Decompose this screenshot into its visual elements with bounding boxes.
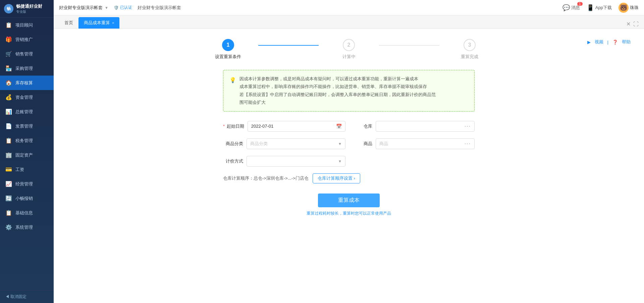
start-date-input[interactable]: 2022-07-01 📅 <box>248 121 345 132</box>
notice-text: 因成本计算参数调整，或是对商品成本有疑问时，可以通过成本重算功能，重新计算一遍成… <box>239 75 436 106</box>
question-icon: ❓ <box>612 40 618 45</box>
app-download-button[interactable]: 📱 App下载 <box>587 4 612 11</box>
sidebar-item-basic[interactable]: 📋 基础信息 <box>0 206 54 220</box>
start-date-label: * 起始日期 <box>223 123 244 129</box>
help-link[interactable]: 帮助 <box>622 39 631 45</box>
tab-close-icon[interactable]: × <box>112 21 114 25</box>
sidebar-item-label: 项目顾问 <box>15 22 33 28</box>
sidebar-item-accounting[interactable]: 📊 总账管理 <box>0 104 54 119</box>
step-3-label: 重算完成 <box>461 54 478 60</box>
sidebar-item-marketing[interactable]: 🎁 营销推广 <box>0 32 54 47</box>
account-name: 好业财专业版演示帐套 <box>59 5 103 11</box>
expense-icon: 🔄 <box>5 195 12 202</box>
sidebar: 畅 畅捷通好业财 专业版 📋 项目顾问 🎁 营销推广 🛒 销售管理 🏪 采购管理… <box>0 0 54 303</box>
sidebar-item-label: 基础信息 <box>15 210 33 216</box>
video-link[interactable]: 视频 <box>595 39 603 45</box>
step-3: 3 重算完成 <box>439 39 500 60</box>
sidebar-item-label: 税务管理 <box>15 138 33 144</box>
sidebar-item-label: 系统管理 <box>15 224 33 230</box>
sidebar-item-operations[interactable]: 📈 经营管理 <box>0 177 54 191</box>
topbar: 好业财专业版演示帐套 ▼ 🛡️ 已认证 好业财专业版演示帐套 💬 消息 1 📱 … <box>54 0 644 15</box>
recalc-button[interactable]: 重算成本 <box>318 193 380 207</box>
operations-icon: 📈 <box>5 181 12 187</box>
sidebar-item-inventory[interactable]: 🏠 库存核算 <box>0 76 54 90</box>
sidebar-item-purchase[interactable]: 🏪 采购管理 <box>0 61 54 76</box>
step-1: 1 设置重算条件 <box>198 39 258 60</box>
message-icon: 💬 <box>562 4 570 11</box>
step-2: 2 计算中 <box>319 39 379 60</box>
tab-cost-recalc-label: 商品成本重算 <box>84 20 110 26</box>
step-2-circle: 2 <box>343 39 355 51</box>
main-area: 好业财专业版演示帐套 ▼ 🛡️ 已认证 好业财专业版演示帐套 💬 消息 1 📱 … <box>54 0 644 303</box>
sidebar-unpin[interactable]: ◀ 取消固定 <box>0 290 54 303</box>
content-area: 1 设置重算条件 2 计算中 3 <box>54 29 644 303</box>
sidebar-item-system[interactable]: ⚙️ 系统管理 <box>0 220 54 234</box>
product-dots-icon[interactable]: ··· <box>465 141 471 147</box>
notice-box: 💡 因成本计算参数调整，或是对商品成本有疑问时，可以通过成本重算功能，重新计算一… <box>223 70 475 112</box>
marketing-icon: 🎁 <box>5 36 12 43</box>
sidebar-item-label: 工资 <box>15 167 24 173</box>
tab-cost-recalc[interactable]: 商品成本重算 × <box>78 17 119 29</box>
category-select[interactable]: 商品分类 ▼ <box>247 138 345 149</box>
form-group-category: 商品分类 商品分类 ▼ <box>223 138 345 149</box>
tab-home-label: 首页 <box>64 20 73 26</box>
form-group-date: * 起始日期 2022-07-01 📅 <box>223 121 345 132</box>
sidebar-item-invoice[interactable]: 📄 发票管理 <box>0 119 54 133</box>
play-icon: ▶ <box>587 40 591 45</box>
warehouse-label: 仓库 <box>352 123 372 129</box>
app-title: 畅捷通好业财 <box>16 3 42 9</box>
close-window-icon[interactable]: ✕ <box>626 21 631 27</box>
sidebar-nav: 📋 项目顾问 🎁 营销推广 🛒 销售管理 🏪 采购管理 🏠 库存核算 💰 资金管… <box>0 18 54 290</box>
price-method-select[interactable]: ▼ <box>247 156 345 167</box>
sidebar-item-label: 营销推广 <box>15 37 33 43</box>
topbar-right: 💬 消息 1 📱 App下载 🐻 珠珠 <box>562 3 639 13</box>
sidebar-item-tax[interactable]: 📋 税务管理 <box>0 133 54 148</box>
form-group-warehouse: 仓库 ··· <box>352 121 475 132</box>
sidebar-item-payroll[interactable]: 💳 工资 <box>0 162 54 177</box>
account-selector[interactable]: 好业财专业版演示帐套 ▼ <box>59 5 108 11</box>
sidebar-item-label: 经营管理 <box>15 181 33 187</box>
sidebar-item-label: 总账管理 <box>15 109 33 115</box>
form-area: * 起始日期 2022-07-01 📅 仓库 ··· <box>223 121 475 216</box>
accounting-icon: 📊 <box>5 109 12 115</box>
sidebar-item-sales[interactable]: 🛒 销售管理 <box>0 47 54 61</box>
sidebar-item-project[interactable]: 📋 项目顾问 <box>0 18 54 32</box>
sidebar-item-finance[interactable]: 💰 资金管理 <box>0 90 54 104</box>
tab-home[interactable]: 首页 <box>59 17 78 29</box>
project-icon: 📋 <box>5 22 12 28</box>
user-name: 珠珠 <box>630 5 639 11</box>
product-placeholder: 商品 <box>379 141 388 147</box>
warehouse-order-btn[interactable]: 仓库计算顺序设置 › <box>313 173 360 183</box>
step-2-label: 计算中 <box>342 54 356 60</box>
sidebar-item-label: 固定资产 <box>15 152 33 158</box>
sidebar-item-label: 资金管理 <box>15 94 33 100</box>
account-dropdown-icon: ▼ <box>105 6 108 10</box>
sidebar-header: 畅 畅捷通好业财 专业版 <box>0 0 54 18</box>
recalc-btn-section: 重算成本 重算过程耗时较长，重算时您可以正常使用产品 <box>223 193 475 216</box>
category-dropdown-icon: ▼ <box>338 142 342 146</box>
sidebar-item-assets[interactable]: 🏢 固定资产 <box>0 148 54 162</box>
sidebar-item-label: 销售管理 <box>15 51 33 57</box>
app-logo: 畅 <box>4 4 13 13</box>
verified-account-name: 好业财专业版演示帐套 <box>138 5 181 11</box>
steps-help: ▶ 视频 | ❓ 帮助 <box>587 39 631 45</box>
step-3-circle: 3 <box>464 39 476 51</box>
tabbar: 首页 商品成本重算 × ✕ ⛶ <box>54 15 644 29</box>
system-icon: ⚙️ <box>5 224 12 230</box>
message-button[interactable]: 💬 消息 1 <box>562 4 580 11</box>
form-group-price-method: 计价方式 ▼ <box>223 156 345 167</box>
message-badge: 1 <box>577 2 583 6</box>
form-group-product: 商品 商品 ··· <box>352 138 475 149</box>
warehouse-input[interactable]: ··· <box>376 121 475 132</box>
user-avatar-button[interactable]: 🐻 珠珠 <box>619 3 639 13</box>
sidebar-item-expense[interactable]: 🔄 小畅报销 <box>0 191 54 206</box>
warehouse-dots-icon[interactable]: ··· <box>465 123 471 129</box>
shield-icon: 🛡️ <box>114 5 119 10</box>
price-method-dropdown-icon: ▼ <box>338 159 342 163</box>
step-line-2 <box>379 45 439 46</box>
expand-window-icon[interactable]: ⛶ <box>633 21 639 27</box>
calendar-icon[interactable]: 📅 <box>336 124 342 129</box>
product-input[interactable]: 商品 ··· <box>376 138 475 149</box>
warehouse-order-arrow-icon: › <box>354 176 355 181</box>
warehouse-order-label: 仓库计算顺序：总仓->深圳仓库->...->门店仓 <box>223 175 309 181</box>
